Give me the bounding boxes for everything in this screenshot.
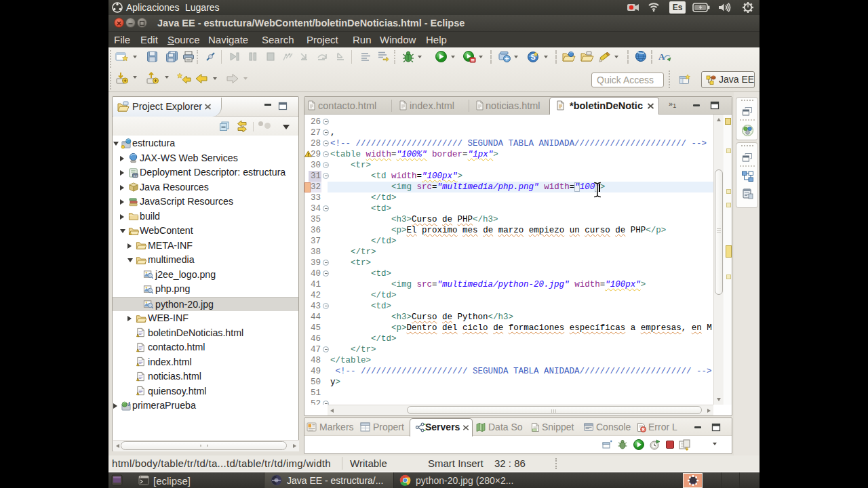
svg-text:A: A [658, 52, 665, 62]
svg-text:!: ! [137, 334, 138, 337]
svg-text:J: J [127, 401, 130, 407]
svg-text:!: ! [137, 349, 138, 352]
svg-text:3.0: 3.0 [134, 174, 138, 177]
svg-text:!: ! [137, 392, 138, 395]
svg-text:!: ! [137, 363, 138, 366]
svg-text:!: ! [137, 378, 138, 381]
